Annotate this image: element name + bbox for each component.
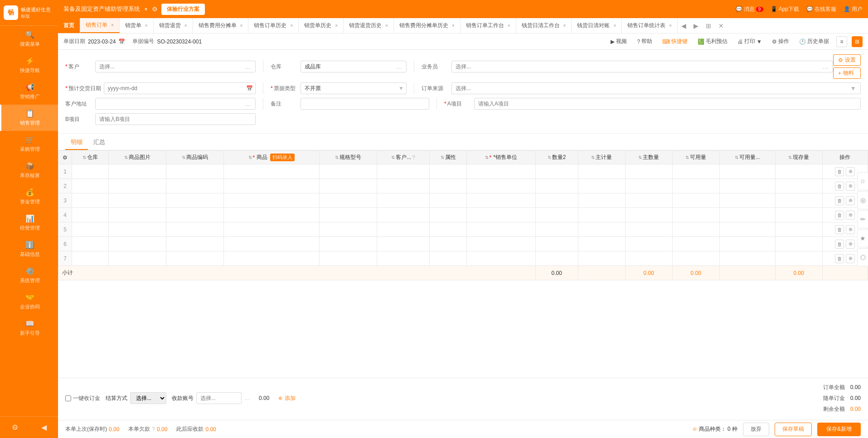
row-2-main-qty[interactable] (625, 179, 672, 193)
row-4-delete-btn[interactable]: 🗑 (835, 211, 844, 220)
sort-available2-icon[interactable]: ⇅ (735, 155, 738, 160)
tab-detail[interactable]: 明细 (65, 136, 88, 150)
row-1-warehouse[interactable] (72, 164, 109, 179)
row-1-delete-btn[interactable]: 🗑 (835, 167, 844, 176)
quick-btn-3[interactable]: ✏ (857, 210, 868, 228)
account-ellipsis-icon[interactable]: … (244, 395, 250, 401)
help-btn[interactable]: ? 帮助 (634, 37, 655, 46)
row-5-warehouse[interactable] (72, 222, 109, 237)
project-a-input[interactable] (474, 98, 861, 110)
payment-method-select[interactable]: 选择... (130, 392, 166, 404)
tab-close-return-history[interactable]: × (385, 23, 388, 28)
notes-input[interactable] (301, 98, 429, 110)
account-input[interactable] (196, 392, 242, 404)
salesperson-input[interactable] (451, 61, 833, 72)
sidebar-collapse-icon[interactable]: ◀ (39, 420, 49, 434)
row-4-spec[interactable] (319, 208, 377, 222)
sort-image-icon[interactable]: ⇅ (124, 155, 128, 160)
row-7-spec[interactable] (319, 251, 377, 266)
row-3-customer-code[interactable] (377, 193, 430, 208)
row-7-copy-btn[interactable]: ⊕ (846, 254, 855, 263)
row-6-customer-code[interactable] (377, 237, 430, 251)
list-view-btn[interactable]: ≡ (836, 36, 847, 47)
tab-sales-return[interactable]: 销货退货 × (154, 18, 193, 33)
row-1-customer-code[interactable] (377, 164, 430, 179)
sidebar-item-system[interactable]: ⚙️ 系统管理 (0, 262, 58, 289)
quick-btn-5[interactable]: ⬡ (857, 248, 868, 266)
row-4-main-qty[interactable] (625, 208, 672, 222)
customer-code-help-icon[interactable]: ? (412, 154, 415, 161)
row-3-current-stock[interactable] (775, 193, 822, 208)
row-4-customer-code[interactable] (377, 208, 430, 222)
tab-close-sales-fee[interactable]: × (240, 23, 243, 28)
sort-main-qty-icon[interactable]: ⇅ (638, 155, 642, 160)
row-7-delete-btn[interactable]: 🗑 (835, 254, 844, 263)
tab-sales-order[interactable]: 销售订单 × (80, 18, 120, 33)
customer-ellipsis-icon[interactable]: … (243, 63, 253, 70)
row-5-delete-btn[interactable]: 🗑 (835, 225, 844, 234)
row-6-available2[interactable] (719, 237, 775, 251)
tab-sales-goods[interactable]: 销货单 × (120, 18, 154, 33)
one-click-checkout-checkbox[interactable] (65, 395, 71, 401)
tab-next-btn[interactable]: ▶ (690, 18, 702, 33)
row-7-customer-code[interactable] (377, 251, 430, 266)
sidebar-settings-icon[interactable]: ⚙ (9, 420, 21, 434)
order-source-input[interactable] (451, 82, 861, 94)
row-6-copy-btn[interactable]: ⊕ (846, 240, 855, 249)
sidebar-item-quick[interactable]: ⚡ 快捷导航 (0, 52, 58, 78)
add-product-btn[interactable]: + 物料 (833, 67, 861, 79)
order-source-dropdown-icon[interactable]: ▼ (848, 85, 858, 92)
tab-close-sales-return[interactable]: × (184, 23, 187, 28)
this-order-help-icon[interactable]: ? (152, 426, 155, 433)
table-container[interactable]: ⚙ ⇅ 仓库 ⇅ 商品图片 (58, 150, 868, 378)
invoice-dropdown-icon[interactable]: ▼ (398, 85, 404, 91)
quick-btn-2[interactable]: ◎ (857, 191, 868, 209)
quick-btn-4[interactable]: ★ (857, 229, 868, 247)
tab-prev-btn[interactable]: ◀ (678, 18, 690, 33)
delivery-date-input[interactable] (104, 82, 256, 94)
row-7-available[interactable] (672, 251, 719, 266)
row-6-available[interactable] (672, 237, 719, 251)
sidebar-item-marketing[interactable]: 📢 营销推广 (0, 78, 58, 105)
row-5-spec[interactable] (319, 222, 377, 237)
sort-spec-icon[interactable]: ⇅ (335, 155, 339, 160)
row-2-code[interactable] (166, 179, 224, 193)
row-3-main-qty[interactable] (625, 193, 672, 208)
user-btn[interactable]: 👤 用户 (844, 5, 863, 13)
row-2-copy-btn[interactable]: ⊕ (846, 182, 855, 191)
print-btn[interactable]: 🖨 打印 ▼ (735, 37, 765, 46)
shortcut-btn[interactable]: ⌨ 快捷键 (659, 37, 690, 46)
row-3-qty2[interactable] (535, 193, 578, 208)
row-2-warehouse[interactable] (72, 179, 109, 193)
row-1-copy-btn[interactable]: ⊕ (846, 167, 855, 176)
row-7-available2[interactable] (719, 251, 775, 266)
row-4-qty2[interactable] (535, 208, 578, 222)
row-1-main-unit[interactable] (578, 164, 625, 179)
save-draft-button[interactable]: 保存草稿 (775, 423, 812, 436)
row-1-image[interactable] (109, 164, 166, 179)
row-5-customer-code[interactable] (377, 222, 430, 237)
calendar-icon[interactable]: 📅 (118, 39, 125, 45)
row-5-main-unit[interactable] (578, 222, 625, 237)
row-3-main-unit[interactable] (578, 193, 625, 208)
sort-qty2-icon[interactable]: ⇅ (548, 155, 551, 160)
tab-close-fee-history[interactable]: × (452, 23, 455, 28)
operation-btn[interactable]: ⚙ 操作 (769, 37, 792, 46)
row-6-qty2[interactable] (535, 237, 578, 251)
row-7-main-unit[interactable] (578, 251, 625, 266)
row-3-delete-btn[interactable]: 🗑 (835, 196, 844, 205)
row-4-code[interactable] (166, 208, 224, 222)
add-account-btn[interactable]: ⊕ 添加 (278, 395, 295, 402)
sidebar-item-sales[interactable]: 📋 销售管理 (0, 105, 58, 131)
row-5-sales-unit[interactable] (466, 222, 535, 237)
row-6-spec[interactable] (319, 237, 377, 251)
delivery-date-calendar-icon[interactable]: 📅 (246, 85, 253, 91)
row-2-sales-unit[interactable] (466, 179, 535, 193)
row-2-attributes[interactable] (430, 179, 466, 193)
row-6-delete-btn[interactable]: 🗑 (835, 240, 844, 249)
history-btn[interactable]: 🕐 历史单据 (796, 37, 832, 46)
tab-daily-workbench[interactable]: 钱货日清工作台 × (516, 18, 572, 33)
row-4-copy-btn[interactable]: ⊕ (846, 211, 855, 220)
tab-close-all-btn[interactable]: ✕ (715, 18, 727, 33)
tab-close-goods-history[interactable]: × (335, 23, 338, 28)
